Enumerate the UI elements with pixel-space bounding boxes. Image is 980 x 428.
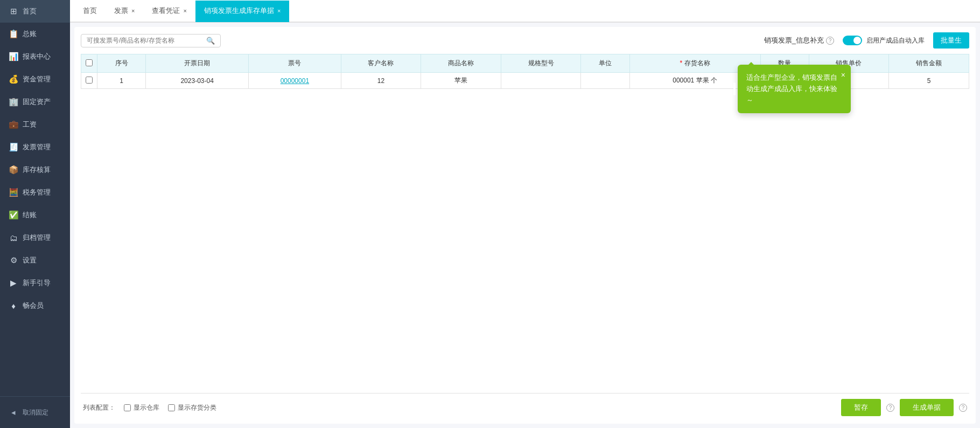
closing-icon: ✅ bbox=[9, 210, 18, 220]
tab-generate-stock-close[interactable]: × bbox=[277, 8, 281, 14]
row-spec bbox=[501, 73, 581, 89]
header-ticket-no: 票号 bbox=[249, 54, 341, 73]
tooltip-popup: × 适合生产型企业，销项发票自动生成产成品入库，快来体验～ bbox=[738, 65, 851, 113]
header-amount: 销售金额 bbox=[889, 54, 969, 73]
sidebar-item-guide[interactable]: ▶ 新手引导 bbox=[0, 272, 70, 294]
batch-generate-button[interactable]: 批量生 bbox=[933, 32, 969, 49]
tooltip-indicator bbox=[733, 82, 736, 95]
tab-voucher-close[interactable]: × bbox=[183, 8, 186, 14]
tab-invoice-close[interactable]: × bbox=[131, 8, 135, 14]
generate-button[interactable]: 生成单据 bbox=[900, 399, 954, 416]
show-warehouse-label[interactable]: 显示仓库 bbox=[124, 403, 159, 412]
sidebar-item-home[interactable]: ⊞ 首页 bbox=[0, 0, 70, 23]
sidebar-bottom: ◂ 取消固定 bbox=[0, 396, 70, 428]
pin-icon: ◂ bbox=[9, 408, 18, 417]
assets-icon: 🏢 bbox=[9, 97, 18, 107]
sidebar-item-assets[interactable]: 🏢 固定资产 bbox=[0, 91, 70, 113]
reports-icon: 📊 bbox=[9, 52, 18, 61]
tab-invoice[interactable]: 发票 × bbox=[106, 1, 143, 22]
auto-stock-toggle[interactable] bbox=[843, 36, 862, 45]
vip-icon: ♦ bbox=[9, 301, 18, 310]
header-seq: 序号 bbox=[97, 54, 146, 73]
sidebar: ⊞ 首页 📋 总账 📊 报表中心 💰 资金管理 🏢 固定资产 💼 工资 🧾 发票… bbox=[0, 0, 70, 428]
header-customer: 客户名称 bbox=[341, 54, 421, 73]
info-label: 销项发票_信息补充 ? bbox=[764, 36, 834, 45]
sidebar-item-settings[interactable]: ⚙ 设置 bbox=[0, 249, 70, 272]
generate-help-icon[interactable]: ? bbox=[959, 404, 967, 412]
sidebar-item-closing[interactable]: ✅ 结账 bbox=[0, 204, 70, 226]
guide-icon: ▶ bbox=[9, 278, 18, 288]
toolbar-right: 销项发票_信息补充 ? 启用产成品自动入库 批量生 bbox=[764, 32, 969, 49]
tab-generate-stock[interactable]: 销项发票生成库存单据 × bbox=[195, 1, 289, 22]
tab-bar: 首页 发票 × 查看凭证 × 销项发票生成库存单据 × bbox=[70, 0, 980, 23]
tax-icon: 🧮 bbox=[9, 188, 18, 197]
sidebar-item-salary[interactable]: 💼 工资 bbox=[0, 113, 70, 136]
row-checkbox-cell bbox=[81, 73, 97, 89]
invoice-icon: 🧾 bbox=[9, 142, 18, 152]
row-product: 苹果 bbox=[421, 73, 501, 89]
header-product: 商品名称 bbox=[421, 54, 501, 73]
tooltip-close-button[interactable]: × bbox=[841, 69, 845, 81]
header-date: 开票日期 bbox=[146, 54, 249, 73]
sidebar-item-tax[interactable]: 🧮 税务管理 bbox=[0, 181, 70, 204]
sidebar-item-funds[interactable]: 💰 资金管理 bbox=[0, 68, 70, 91]
search-input[interactable] bbox=[87, 37, 203, 44]
home-icon: ⊞ bbox=[9, 6, 18, 16]
footer-right: 暂存 ? 生成单据 ? bbox=[841, 399, 967, 416]
cancel-fixed-button[interactable]: ◂ 取消固定 bbox=[0, 401, 70, 424]
sidebar-item-archive[interactable]: 🗂 归档管理 bbox=[0, 226, 70, 249]
show-warehouse-checkbox[interactable] bbox=[124, 404, 131, 411]
info-help-icon[interactable]: ? bbox=[826, 37, 834, 45]
ledger-icon: 📋 bbox=[9, 29, 18, 39]
row-date: 2023-03-04 bbox=[146, 73, 249, 89]
sidebar-item-vip[interactable]: ♦ 畅会员 bbox=[0, 294, 70, 317]
save-button[interactable]: 暂存 bbox=[841, 399, 881, 416]
row-ticket-no[interactable]: 00000001 bbox=[249, 73, 341, 89]
archive-icon: 🗂 bbox=[9, 233, 18, 243]
tab-home[interactable]: 首页 bbox=[74, 1, 106, 22]
row-checkbox[interactable] bbox=[86, 77, 93, 84]
row-customer: 12 bbox=[341, 73, 421, 89]
show-inventory-category-label[interactable]: 显示存货分类 bbox=[168, 403, 216, 412]
sidebar-item-reports[interactable]: 📊 报表中心 bbox=[0, 45, 70, 68]
select-all-checkbox[interactable] bbox=[86, 59, 93, 66]
tab-voucher[interactable]: 查看凭证 × bbox=[143, 1, 195, 22]
row-amount: 5 bbox=[889, 73, 969, 89]
row-seq: 1 bbox=[97, 73, 146, 89]
inventory-icon: 📦 bbox=[9, 165, 18, 175]
row-unit bbox=[581, 73, 629, 89]
salary-icon: 💼 bbox=[9, 120, 18, 129]
save-help-icon[interactable]: ? bbox=[886, 404, 894, 412]
show-inventory-category-checkbox[interactable] bbox=[168, 404, 175, 411]
toolbar-row: 🔍 销项发票_信息补充 ? 启用产成品自动入库 批量生 bbox=[81, 32, 969, 49]
header-unit: 单位 bbox=[581, 54, 629, 73]
toggle-wrapper: 启用产成品自动入库 bbox=[843, 36, 925, 45]
funds-icon: 💰 bbox=[9, 74, 18, 84]
search-icon[interactable]: 🔍 bbox=[206, 37, 215, 45]
footer-bar: 列表配置： 显示仓库 显示存货分类 暂存 ? 生成单据 ? bbox=[81, 393, 969, 418]
search-box[interactable]: 🔍 bbox=[81, 34, 221, 47]
footer-left: 列表配置： 显示仓库 显示存货分类 bbox=[83, 403, 216, 412]
sidebar-item-ledger[interactable]: 📋 总账 bbox=[0, 23, 70, 45]
header-spec: 规格型号 bbox=[501, 54, 581, 73]
sidebar-item-inventory[interactable]: 📦 库存核算 bbox=[0, 158, 70, 181]
header-checkbox-cell bbox=[81, 54, 97, 73]
sidebar-item-invoice[interactable]: 🧾 发票管理 bbox=[0, 136, 70, 158]
settings-icon: ⚙ bbox=[9, 256, 18, 265]
